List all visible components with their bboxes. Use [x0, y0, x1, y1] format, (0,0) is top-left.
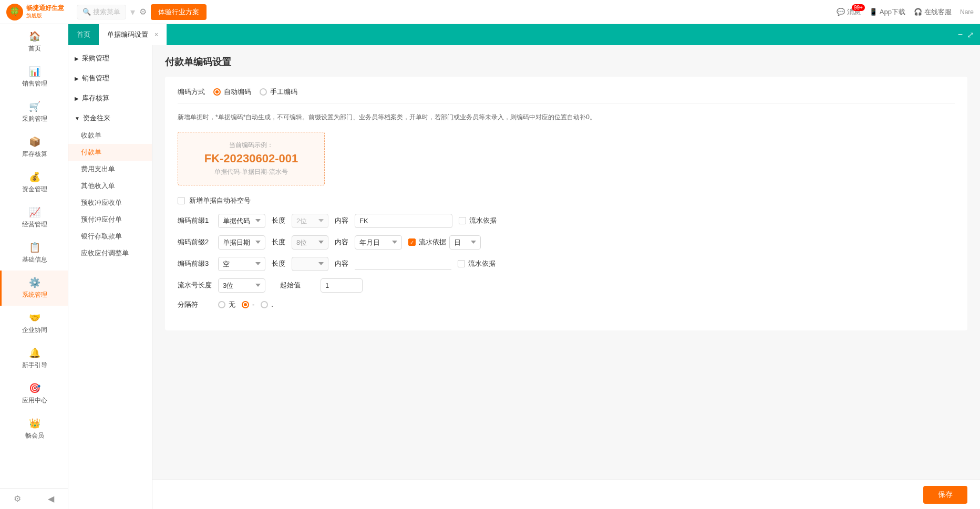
sub-sidebar: ▶ 采购管理 ▶ 销售管理 ▶ 库存核算: [68, 45, 152, 509]
sidebar-item-app-center[interactable]: 🎯 应用中心: [0, 376, 68, 411]
sidebar-item-stock[interactable]: 📦 库存核算: [0, 130, 68, 165]
sub-sidebar-stock: ▶ 库存核算: [68, 89, 152, 107]
prefix-row-1: 编码前缀1 单据代码 长度 2位 内容: [178, 214, 955, 228]
sidebar-item-label: 经营管理: [22, 220, 47, 229]
sidebar-item-label: 基础信息: [22, 255, 47, 264]
sidebar-item-system[interactable]: ⚙️ 系统管理: [0, 271, 68, 306]
topbar-left: 🍀 畅捷通好生意 旗舰版 🔍 搜索菜单 ▾ ⚙ 体验行业方案: [6, 4, 207, 20]
sidebar-item-company[interactable]: 🤝 企业协同: [0, 306, 68, 341]
app-download[interactable]: 📱 App下载: [869, 7, 905, 17]
prefix-1-content-input[interactable]: [355, 214, 452, 228]
sub-sidebar-finance-title[interactable]: ▼ 资金往来: [68, 109, 152, 127]
menu-search[interactable]: 🔍 搜索菜单: [77, 5, 126, 19]
company-icon: 🤝: [29, 312, 40, 324]
message-icon: 💬: [837, 8, 845, 16]
prefix-1-length-label: 长度: [272, 216, 285, 225]
encode-type-row: 编码方式 自动编码 手工编码: [178, 87, 955, 103]
system-icon: ⚙️: [29, 277, 40, 288]
sidebar-item-guide[interactable]: 🔔 新手引导: [0, 341, 68, 376]
sub-sidebar-item-income[interactable]: 其他收入单: [68, 178, 152, 194]
sidebar-item-label: 首页: [28, 44, 41, 53]
sidebar-item-member[interactable]: 👑 畅会员: [0, 411, 68, 446]
prefix-1-select[interactable]: 单据代码: [218, 214, 265, 228]
sub-sidebar-item-adjust[interactable]: 应收应付调整单: [68, 245, 152, 262]
content-area: 首页 单据编码设置 × − ⤢ ▶ 采购管理: [68, 24, 980, 509]
sidebar-item-finance[interactable]: 💰 资金管理: [0, 165, 68, 200]
auto-fill-checkbox[interactable]: [178, 197, 185, 204]
sidebar-item-label: 畅会员: [25, 431, 44, 440]
start-value-input[interactable]: [321, 278, 363, 293]
encode-type-label: 编码方式: [178, 87, 205, 97]
tab-close-icon[interactable]: ×: [154, 31, 158, 38]
prefix-3-select[interactable]: 空: [218, 257, 265, 271]
app-center-icon: 🎯: [29, 382, 40, 394]
sub-sidebar-item-bank[interactable]: 银行存取款单: [68, 228, 152, 245]
sidebar-item-label: 新手引导: [22, 361, 47, 370]
user-name[interactable]: Nare: [960, 8, 974, 16]
tab-home[interactable]: 首页: [68, 24, 99, 45]
sidebar-item-sales[interactable]: 📊 销售管理: [0, 59, 68, 95]
prefix-2-serial-select[interactable]: 日 月 年: [449, 235, 481, 250]
sub-sidebar-item-payment[interactable]: 付款单: [68, 144, 152, 161]
sub-sidebar-stock-title[interactable]: ▶ 库存核算: [68, 89, 152, 107]
auto-fill-label: 新增单据自动补空号: [189, 196, 251, 205]
tab-minimize-button[interactable]: −: [958, 30, 963, 39]
collapse-icon[interactable]: ◀: [48, 494, 54, 504]
dropdown-icon[interactable]: ▾: [130, 6, 135, 18]
radio-group: 自动编码 手工编码: [213, 87, 297, 97]
search-icon: 🔍: [82, 8, 91, 16]
prefix-1-serial-checkbox[interactable]: [459, 217, 466, 224]
sub-sidebar-purchase-title[interactable]: ▶ 采购管理: [68, 49, 152, 67]
serial-length-label: 流水号长度: [178, 281, 212, 290]
basic-icon: 📋: [29, 242, 40, 253]
sep-none[interactable]: 无: [218, 300, 235, 309]
message-badge[interactable]: 💬 消息 99+: [837, 7, 861, 17]
logo-text: 畅捷通好生意 旗舰版: [26, 4, 64, 20]
sub-sidebar-item-expense[interactable]: 费用支出单: [68, 161, 152, 178]
sub-sidebar-sales-title[interactable]: ▶ 销售管理: [68, 69, 152, 87]
sub-sidebar-item-receipt[interactable]: 收款单: [68, 127, 152, 144]
settings-icon[interactable]: ⚙: [139, 7, 147, 17]
sep-none-radio: [218, 301, 225, 308]
radio-auto[interactable]: 自动编码: [213, 87, 251, 97]
sidebar-item-home[interactable]: 🏠 首页: [0, 24, 68, 59]
serial-length-select[interactable]: 3位 4位 5位: [218, 278, 265, 293]
guide-icon: 🔔: [29, 347, 40, 359]
prefix-2-serial-checkbox[interactable]: ✓: [408, 238, 416, 246]
code-preview-label: 当前编码示例：: [191, 141, 312, 150]
sep-slash[interactable]: .: [261, 300, 273, 308]
sidebar-item-basic[interactable]: 📋 基础信息: [0, 235, 68, 271]
sub-sidebar-item-pre-receipt[interactable]: 预收冲应收单: [68, 194, 152, 211]
prefix-2-select[interactable]: 单据日期: [218, 235, 265, 250]
sidebar-bottom: ⚙ ◀: [0, 488, 68, 509]
sidebar-item-operation[interactable]: 📈 经营管理: [0, 200, 68, 235]
auto-fill-row: 新增单据自动补空号: [178, 196, 955, 205]
sep-dash[interactable]: -: [242, 300, 254, 308]
settings-bottom-icon[interactable]: ⚙: [14, 494, 21, 504]
prefix-2-length-select[interactable]: 8位: [292, 235, 328, 250]
tab-encode-settings[interactable]: 单据编码设置 ×: [99, 24, 167, 45]
radio-manual[interactable]: 手工编码: [260, 87, 297, 97]
main-content-wrapper: 付款单编码设置 编码方式 自动编码: [152, 45, 980, 509]
online-service[interactable]: 🎧 在线客服: [914, 7, 952, 17]
prefix-3-content-input[interactable]: [355, 257, 451, 270]
sidebar-item-purchase[interactable]: 🛒 采购管理: [0, 95, 68, 130]
prefix-3-length-select[interactable]: [292, 257, 328, 271]
tab-bar: 首页 单据编码设置 × − ⤢: [68, 24, 980, 45]
sub-sidebar-item-pre-payment[interactable]: 预付冲应付单: [68, 211, 152, 228]
tab-right-actions: − ⤢: [958, 30, 980, 40]
serial-row: 流水号长度 3位 4位 5位 起始值: [178, 278, 955, 293]
save-button[interactable]: 保存: [923, 486, 967, 504]
chevron-right-icon: ▶: [75, 56, 79, 61]
tab-expand-button[interactable]: ⤢: [967, 30, 974, 40]
prefix-1-length-select[interactable]: 2位: [292, 214, 328, 228]
prefix-3-serial-checkbox[interactable]: [458, 260, 465, 267]
trial-button[interactable]: 体验行业方案: [151, 4, 207, 20]
sidebar-item-label: 企业协同: [22, 326, 47, 335]
sidebar-item-label: 系统管理: [22, 290, 47, 299]
code-preview-value: FK-20230602-001: [191, 152, 312, 165]
chevron-right-icon: ▶: [75, 96, 79, 101]
stock-icon: 📦: [29, 136, 40, 148]
chevron-down-icon: ▼: [75, 116, 80, 121]
prefix-2-content-select[interactable]: 年月日: [355, 235, 402, 250]
